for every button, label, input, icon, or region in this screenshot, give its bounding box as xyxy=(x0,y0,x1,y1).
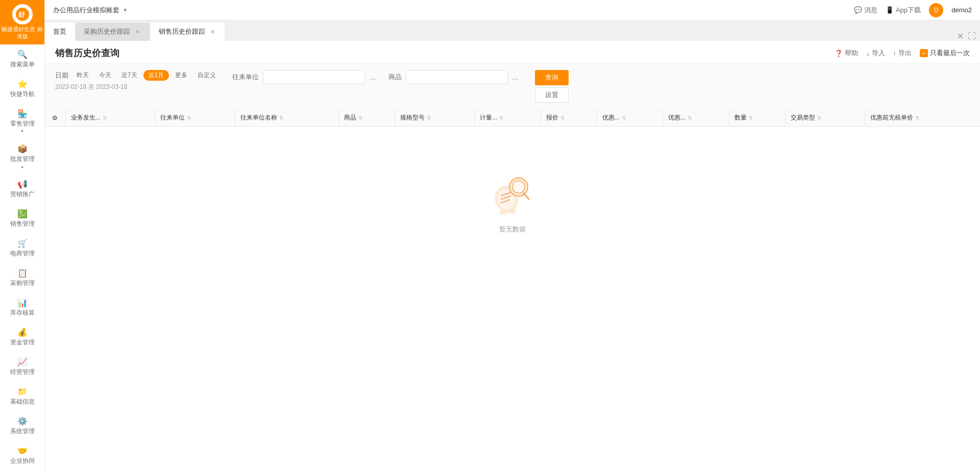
header-title: 办公用品行业模拟账套 xyxy=(53,6,119,15)
sidebar-item-wholesale[interactable]: 📦 批发管理 ▴ xyxy=(0,139,44,174)
checkbox-icon: ✓ xyxy=(920,49,928,57)
message-button[interactable]: 💬 消息 xyxy=(854,6,877,15)
th-unit[interactable]: 计量... ⇅ xyxy=(475,109,541,127)
date-btn-yesterday[interactable]: 昨天 xyxy=(72,70,93,81)
import-button[interactable]: ↓ 导入 xyxy=(866,49,885,58)
settings-button[interactable]: 设置 xyxy=(535,87,569,103)
date-btn-1month[interactable]: 近1月 xyxy=(143,70,169,81)
svg-line-9 xyxy=(524,193,529,199)
th-spec[interactable]: 规格型号 ⇅ xyxy=(395,109,474,127)
logo-icon: 好 xyxy=(12,4,33,25)
date-btn-more[interactable]: 更多 xyxy=(171,70,191,81)
date-btn-7days[interactable]: 近7天 xyxy=(117,70,141,81)
tab-sales-close[interactable]: ✕ xyxy=(208,28,216,36)
coop-icon: 🤝 xyxy=(17,446,28,456)
app-download-button[interactable]: 📱 App下载 xyxy=(886,6,921,15)
sort-icon: ⇅ xyxy=(427,115,431,121)
sidebar-item-label: 搜索菜单 xyxy=(10,60,35,69)
goods-filter-inline: 商品 ... xyxy=(388,70,519,84)
sort-icon: ⇅ xyxy=(749,115,753,121)
logo-area[interactable]: 好 畅捷通好生意 标准版 xyxy=(0,0,44,44)
th-goods[interactable]: 商品 ⇅ xyxy=(338,109,395,127)
purchase-icon: 📋 xyxy=(17,268,28,278)
sort-icon: ⇅ xyxy=(103,115,107,121)
query-button[interactable]: 查询 xyxy=(535,70,569,85)
user-name[interactable]: demo2 xyxy=(951,6,972,14)
tab-purchase-close[interactable]: ✕ xyxy=(133,28,141,36)
header-dropdown-icon[interactable]: ▾ xyxy=(124,6,127,14)
sort-icon: ⇅ xyxy=(187,115,191,121)
sidebar-item-ecommerce[interactable]: 🛒 电商管理 xyxy=(0,233,44,263)
sort-icon: ⇅ xyxy=(560,115,565,121)
sidebar-item-purchase-mgr[interactable]: 📋 采购管理 xyxy=(0,263,44,293)
date-btn-custom[interactable]: 自定义 xyxy=(193,70,220,81)
sort-icon: ⇅ xyxy=(817,115,821,121)
svg-point-8 xyxy=(512,181,525,193)
sidebar-item-system[interactable]: ⚙️ 系统管理 xyxy=(0,411,44,441)
system-icon: ⚙️ xyxy=(17,416,28,426)
date-options: 昨天 今天 近7天 近1月 更多 自定义 xyxy=(72,70,220,81)
date-label: 日期 xyxy=(55,71,68,80)
goods-label: 商品 xyxy=(388,73,402,82)
sidebar-item-operations[interactable]: 📈 经营管理 xyxy=(0,352,44,382)
tab-home[interactable]: 首页 xyxy=(45,22,75,41)
th-biz-date[interactable]: 业务发生... ⇅ xyxy=(65,109,155,127)
th-trade-type[interactable]: 交易类型 ⇅ xyxy=(785,109,865,127)
date-filter-col: 日期 昨天 今天 近7天 近1月 更多 自定义 2023-02-18 至 202… xyxy=(55,70,220,91)
sidebar-item-search[interactable]: 🔍 搜索菜单 xyxy=(0,44,44,74)
sidebar-item-inventory[interactable]: 📊 库存核算 xyxy=(0,293,44,322)
th-unit-name[interactable]: 往来单位名称 ⇅ xyxy=(235,109,338,127)
search-icon: 🔍 xyxy=(17,50,28,59)
th-qty[interactable]: 数量 ⇅ xyxy=(729,109,785,127)
gear-icon: ⚙ xyxy=(52,114,58,122)
sidebar-item-label: 企业协同 xyxy=(10,457,35,465)
sidebar-item-marketing[interactable]: 📢 营销推广 xyxy=(0,174,44,204)
goods-dots-icon[interactable]: ... xyxy=(512,73,519,82)
tab-purchase[interactable]: 采购历史价跟踪 ✕ xyxy=(76,22,150,41)
sidebar-item-finance[interactable]: 💰 资金管理 xyxy=(0,322,44,352)
sidebar-item-label: 经营管理 xyxy=(10,368,35,376)
unit-input[interactable] xyxy=(263,70,365,84)
tab-close-all-icon[interactable]: ✕ xyxy=(957,31,964,41)
th-price[interactable]: 报价 ⇅ xyxy=(541,109,597,127)
th-gear[interactable]: ⚙ xyxy=(45,109,65,127)
sidebar-item-label: 销售管理 xyxy=(10,220,35,228)
header-right: 💬 消息 📱 App下载 D demo2 xyxy=(854,3,972,17)
page-title: 销售历史价查询 xyxy=(55,47,119,59)
only-last-checkbox-label[interactable]: ✓ 只看最后一次 xyxy=(920,49,970,58)
svg-point-11 xyxy=(508,209,517,214)
export-button[interactable]: ↑ 导出 xyxy=(893,49,912,58)
tab-fullscreen-icon[interactable]: ⛶ xyxy=(968,32,976,41)
th-pre-tax-price[interactable]: 优惠前无税单价 ⇅ xyxy=(865,109,980,127)
goods-input[interactable] xyxy=(406,70,508,84)
sidebar-item-basics[interactable]: 📁 基础信息 xyxy=(0,382,44,411)
sidebar-item-label: 资金管理 xyxy=(10,338,35,347)
tab-sales[interactable]: 销售历史价跟踪 ✕ xyxy=(151,22,225,41)
retail-icon: 🏪 xyxy=(17,109,28,119)
user-avatar[interactable]: D xyxy=(929,3,943,17)
sidebar-item-newbie[interactable]: 🎯 新手引导 xyxy=(0,470,44,472)
sort-icon: ⇅ xyxy=(622,115,626,121)
unit-dots-icon[interactable]: ... xyxy=(369,73,376,82)
th-unit-code[interactable]: 往来单位 ⇅ xyxy=(155,109,235,127)
help-button[interactable]: ❓ 帮助 xyxy=(835,49,858,58)
tab-bar-right: ✕ ⛶ xyxy=(957,31,980,41)
unit-label: 往来单位 xyxy=(232,73,259,82)
th-discount2[interactable]: 优惠... ⇅ xyxy=(663,109,729,127)
sidebar-item-shortcut[interactable]: ⭐ 快捷导航 xyxy=(0,74,44,104)
sidebar-item-retail[interactable]: 🏪 零售管理 ▾ xyxy=(0,104,44,139)
sidebar-item-coop[interactable]: 🤝 企业协同 xyxy=(0,441,44,470)
sidebar-item-sales-mgr[interactable]: 💹 销售管理 xyxy=(0,204,44,233)
filter-area: 日期 昨天 今天 近7天 近1月 更多 自定义 2023-02-18 至 202… xyxy=(45,64,980,109)
date-btn-today[interactable]: 今天 xyxy=(95,70,115,81)
date-range-display: 2023-02-18 至 2023-03-18 xyxy=(55,83,220,91)
sidebar-item-label: 系统管理 xyxy=(10,427,35,436)
filter-row-1: 日期 昨天 今天 近7天 近1月 更多 自定义 2023-02-18 至 202… xyxy=(55,70,569,103)
basics-icon: 📁 xyxy=(17,387,28,396)
th-discount1[interactable]: 优惠... ⇅ xyxy=(597,109,663,127)
empty-state: 暂无数据 xyxy=(45,127,980,275)
action-buttons: 查询 设置 xyxy=(535,70,569,103)
sidebar-item-label: 库存核算 xyxy=(10,309,35,317)
chevron-down-icon: ▾ xyxy=(21,128,23,134)
tab-home-label: 首页 xyxy=(53,27,66,36)
